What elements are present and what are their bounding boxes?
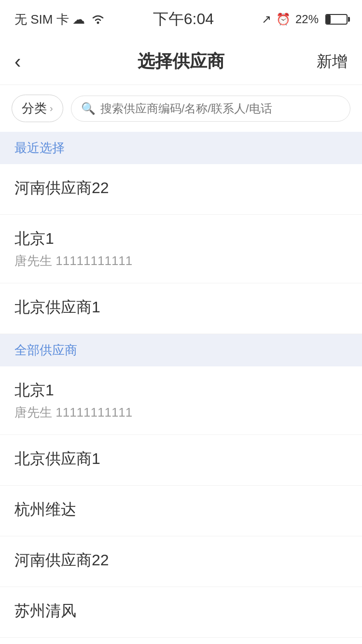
nav-bar: ‹ 选择供应商 新增: [0, 39, 362, 85]
item-contact: 唐先生 11111111111: [14, 252, 348, 269]
status-time: 下午6:04: [153, 9, 214, 30]
wifi-icon: [91, 14, 105, 25]
item-name: 北京1: [14, 228, 348, 250]
item-name: 北京供应商1: [14, 448, 348, 470]
all-list: 北京1唐先生 11111111111北京供应商1杭州维达河南供应商22苏州清风: [0, 366, 362, 638]
search-box: 🔍: [71, 96, 350, 122]
recent-section-label: 最近选择: [14, 140, 65, 155]
status-bar: 无 SIM 卡 ☁ 下午6:04 ↗ ⏰ 22%: [0, 0, 362, 39]
category-label: 分类: [22, 100, 47, 117]
list-item[interactable]: 北京供应商1: [0, 435, 362, 486]
item-contact: 唐先生 11111111111: [14, 404, 348, 421]
filter-bar: 分类 › 🔍: [0, 85, 362, 132]
list-item[interactable]: 北京供应商1: [0, 283, 362, 334]
search-icon: 🔍: [81, 102, 96, 115]
all-section-label: 全部供应商: [14, 343, 77, 357]
search-input[interactable]: [100, 102, 340, 115]
status-left: 无 SIM 卡 ☁: [14, 11, 105, 28]
list-item[interactable]: 河南供应商22: [0, 164, 362, 215]
svg-point-0: [97, 22, 99, 24]
sim-status: 无 SIM 卡 ☁: [14, 11, 85, 28]
item-name: 北京供应商1: [14, 297, 348, 318]
list-item[interactable]: 北京1唐先生 11111111111: [0, 215, 362, 283]
list-item[interactable]: 河南供应商22: [0, 536, 362, 587]
item-name: 苏州清风: [14, 601, 348, 622]
list-item[interactable]: 杭州维达: [0, 486, 362, 536]
chevron-right-icon: ›: [50, 103, 53, 114]
recent-list: 河南供应商22北京1唐先生 11111111111北京供应商1: [0, 164, 362, 334]
item-name: 河南供应商22: [14, 178, 348, 199]
item-name: 北京1: [14, 380, 348, 401]
add-button[interactable]: 新增: [309, 51, 348, 72]
battery-icon: [325, 14, 348, 25]
list-item[interactable]: 北京1唐先生 11111111111: [0, 366, 362, 435]
status-right: ↗ ⏰ 22%: [262, 13, 348, 26]
alarm-icon: ⏰: [276, 13, 291, 26]
all-section-header: 全部供应商: [0, 334, 362, 366]
item-name: 河南供应商22: [14, 550, 348, 571]
battery-percent: 22%: [295, 13, 319, 26]
category-button[interactable]: 分类 ›: [12, 95, 63, 122]
recent-section-header: 最近选择: [0, 132, 362, 164]
location-icon: ↗: [262, 13, 271, 26]
list-item[interactable]: 苏州清风: [0, 587, 362, 638]
page-title: 选择供应商: [53, 50, 309, 73]
back-button[interactable]: ‹: [14, 51, 53, 72]
item-name: 杭州维达: [14, 499, 348, 520]
